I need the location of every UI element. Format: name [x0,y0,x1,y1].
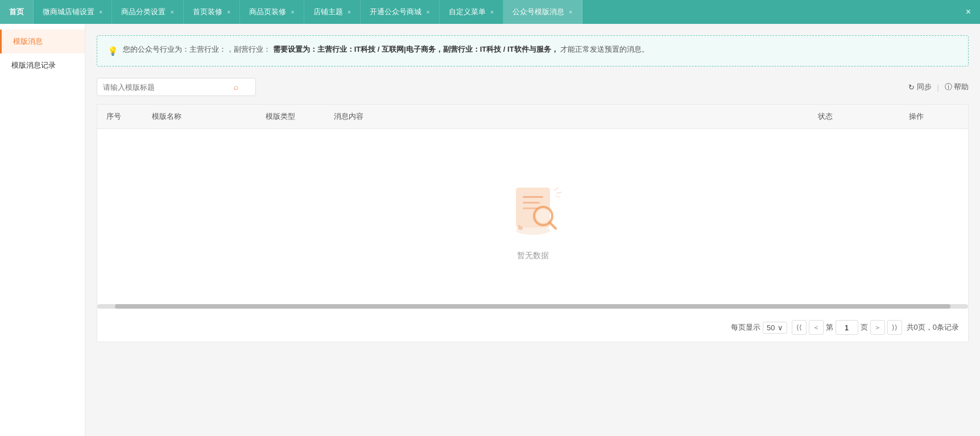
sync-icon: ↻ [908,83,915,92]
tab-product-design[interactable]: 商品页装修 × [240,0,304,24]
page-last-button[interactable]: ⟩⟩ [887,320,902,335]
chevron-down-icon: ∨ [778,323,783,332]
tab-open-mall-close[interactable]: × [426,9,429,15]
sidebar-item-template-msg-log[interactable]: 模版消息记录 [0,53,85,77]
table-header: 序号 模版名称 模版类型 消息内容 状态 操作 [97,105,968,129]
scroll-thumb[interactable] [115,304,951,309]
page-nav: ⟨⟨ ＜ 第 页 ＞ ⟩⟩ [792,320,902,335]
tab-template-msg-label: 公众号模版消息 [512,7,564,17]
page-next-button[interactable]: ＞ [870,320,885,335]
tab-bar: 首页 微商城店铺设置 × 商品分类设置 × 首页装修 × 商品页装修 × 店铺主… [0,0,980,24]
svg-point-5 [536,209,550,223]
svg-line-8 [557,192,561,193]
th-index: 序号 [97,105,143,128]
total-label: 共0页，0条记录 [907,322,959,333]
th-status: 状态 [809,105,900,128]
main-layout: 模版消息 模版消息记录 💡 您的公众号行业为：主营行业：，副营行业： 需要设置为… [0,24,980,436]
tab-shop-theme[interactable]: 店铺主题 × [304,0,361,24]
notice-highlight: 需要设置为：主营行业：IT科技 / 互联网|电子商务，副营行业：IT科技 / I… [273,45,559,53]
tab-product-design-label: 商品页装修 [249,7,286,17]
tab-custom-menu[interactable]: 自定义菜单 × [440,0,503,24]
tab-bar-close-all[interactable]: × [957,0,980,24]
page-size-value: 50 [767,323,775,332]
tab-shop-theme-close[interactable]: × [348,9,351,15]
search-icon[interactable]: ⌕ [234,82,238,92]
tab-open-mall[interactable]: 开通公众号商城 × [361,0,439,24]
page-di-label: 第 [826,322,833,333]
help-button[interactable]: ⓘ 帮助 [945,82,969,92]
tab-custom-menu-close[interactable]: × [490,9,494,15]
help-label: 帮助 [954,82,969,92]
tab-wechat-shop[interactable]: 微商城店铺设置 × [34,0,112,24]
sidebar-item-template-msg-label: 模版消息 [13,37,43,45]
tab-wechat-shop-label: 微商城店铺设置 [43,7,94,17]
search-bar: ⌕ ↻ 同步 | ⓘ 帮助 [97,78,969,96]
table-container: 序号 模版名称 模版类型 消息内容 状态 操作 [97,104,969,342]
tab-homepage-design-close[interactable]: × [227,9,230,15]
tab-product-category[interactable]: 商品分类设置 × [112,0,183,24]
pagination: 每页显示 50 ∨ ⟨⟨ ＜ 第 页 ＞ ⟩⟩ 共0页，0条记录 [97,313,968,342]
th-content: 消息内容 [325,105,809,128]
search-input[interactable] [103,83,234,92]
sidebar-item-template-msg-log-label: 模版消息记录 [11,61,56,69]
content-area: 💡 您的公众号行业为：主营行业：，副营行业： 需要设置为：主营行业：IT科技 /… [85,24,980,436]
page-first-button[interactable]: ⟨⟨ [792,320,807,335]
tab-wechat-shop-close[interactable]: × [99,9,102,15]
tab-open-mall-label: 开通公众号商城 [370,7,421,17]
tab-home-label: 首页 [9,7,24,17]
svg-rect-1 [523,196,543,198]
tab-template-msg-close[interactable]: × [569,9,572,15]
page-prev-button[interactable]: ＜ [809,320,824,335]
tab-homepage-design[interactable]: 首页装修 × [184,0,240,24]
sync-button[interactable]: ↻ 同步 [908,82,932,92]
notice-text: 您的公众号行业为：主营行业：，副营行业： 需要设置为：主营行业：IT科技 / 互… [123,44,649,56]
notice-icon: 💡 [107,44,118,58]
tab-homepage-design-label: 首页装修 [193,7,222,17]
notice-box: 💡 您的公众号行业为：主营行业：，副营行业： 需要设置为：主营行业：IT科技 /… [97,35,969,67]
svg-rect-2 [523,202,540,204]
tab-product-design-close[interactable]: × [291,9,294,15]
help-circle-icon: ⓘ [945,82,952,92]
page-size-select: 每页显示 50 ∨ [731,322,787,334]
page-number-input[interactable] [836,320,858,335]
svg-line-6 [549,222,556,229]
th-action: 操作 [900,105,968,128]
table-body: 暂无数据 [97,129,968,300]
page-size-dropdown[interactable]: 50 ∨ [763,322,787,334]
tab-shop-theme-label: 店铺主题 [313,7,343,17]
tab-product-category-close[interactable]: × [170,9,173,15]
tab-custom-menu-label: 自定义菜单 [449,7,486,17]
svg-line-9 [556,196,560,197]
sync-label: 同步 [917,82,932,92]
search-input-wrap[interactable]: ⌕ [97,78,256,96]
sidebar-item-template-msg[interactable]: 模版消息 [0,30,85,53]
search-actions: ↻ 同步 | ⓘ 帮助 [908,82,969,92]
empty-illustration [499,173,567,242]
sidebar: 模版消息 模版消息记录 [0,24,85,436]
page-unit-label: 页 [861,322,868,333]
tab-product-category-label: 商品分类设置 [121,7,166,17]
svg-line-7 [555,188,559,190]
page-size-prefix-label: 每页显示 [731,322,760,333]
tab-home[interactable]: 首页 [0,0,34,24]
tab-template-msg[interactable]: 公众号模版消息 × [503,0,582,24]
divider: | [937,83,939,92]
empty-text: 暂无数据 [517,251,549,261]
th-type: 模版类型 [257,105,325,128]
scroll-track[interactable] [97,304,968,309]
th-name: 模版名称 [143,105,257,128]
